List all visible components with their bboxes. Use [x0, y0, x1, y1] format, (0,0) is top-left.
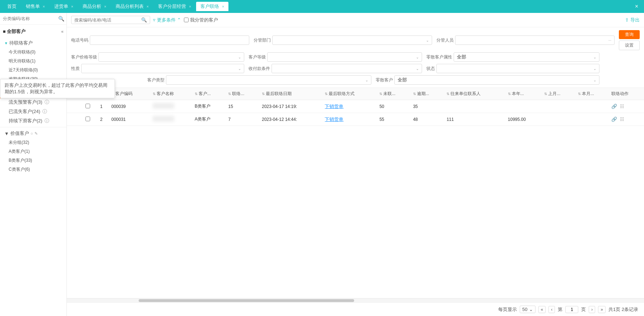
sidebar-search-input[interactable] — [3, 16, 57, 21]
close-analysis-icon[interactable]: × — [104, 4, 106, 9]
filter-retail-select[interactable]: 全部 ⌄ — [394, 75, 600, 85]
close-analysis-list-icon[interactable]: × — [147, 4, 149, 9]
settings-button[interactable]: 设置 — [619, 41, 640, 50]
row2-lastmethod: 下销货单 — [322, 113, 376, 126]
filter-nature-select[interactable]: ⌄ — [81, 64, 244, 73]
col-lastmonth-header[interactable]: 上月... — [541, 88, 575, 100]
col-lastmethod-header[interactable]: 最后联络方式 — [322, 88, 376, 100]
col-uncontacted-header[interactable]: 未联... — [376, 88, 410, 100]
filter-status: 状态 ⌄ — [426, 64, 599, 73]
sidebar-item-ungroups[interactable]: 未分组(32) — [0, 138, 66, 147]
sidebar-item-loss-warning[interactable]: 流失预警客户(3) ⓘ — [0, 98, 66, 107]
sidebar-value-group-title[interactable]: ▼ 价值客户 ○ ✎ — [0, 129, 66, 138]
data-table: ⚙ 客户编码 客户名称 客户... 联络... 最后联络日期 最后联络方式 未联… — [67, 88, 644, 126]
sidebar-item-b-type[interactable]: B类客户(33) — [0, 156, 66, 165]
col-lastdate-header[interactable]: 最后联络日期 — [259, 88, 322, 100]
close-contact-icon[interactable]: × — [222, 4, 224, 9]
row2-lastmethod-link[interactable]: 下销货单 — [325, 117, 343, 122]
prev-page-button[interactable]: ‹ — [548, 306, 555, 313]
sidebar-item-tomorrow[interactable]: 明天待联络(1) — [0, 57, 66, 66]
row2-link-icon[interactable]: 🔗 — [611, 117, 617, 122]
window-close-button[interactable]: × — [632, 3, 641, 10]
filter-payment-select[interactable]: ⌄ — [272, 64, 422, 73]
row2-grid-icon[interactable]: ☷ — [620, 117, 624, 122]
sidebar-all-customers[interactable]: ■ 全部客户 « — [0, 26, 66, 37]
col-name-header[interactable]: 客户名称 — [150, 88, 192, 100]
filter-customer-type-select[interactable]: ⌄ — [166, 75, 371, 85]
nav-tab-analysis-list[interactable]: 商品分析列表 × — [111, 2, 153, 11]
sidebar-tree: ■ 全部客户 « ▼ 待联络客户 今天待联络(0) 明天待联络(1) 近7天待联… — [0, 25, 66, 316]
page-number-input[interactable] — [565, 306, 578, 313]
row1-checkbox[interactable] — [85, 104, 90, 108]
export-button[interactable]: ⇧ 导出 — [625, 17, 640, 23]
nav-tab-purchase[interactable]: 进货单 × — [50, 2, 78, 11]
sidebar-search-icon[interactable]: 🔍 — [58, 16, 64, 22]
row1-link-icon[interactable]: 🔗 — [611, 104, 617, 109]
col-year-header[interactable]: 本年... — [505, 88, 542, 100]
col-thismonth-header[interactable]: 本月... — [575, 88, 609, 100]
close-segment-icon[interactable]: × — [189, 4, 191, 9]
per-page-select[interactable]: 50 ⌄ — [520, 306, 535, 313]
filter-phone-input[interactable] — [90, 36, 249, 45]
horizontal-scrollbar-thumb[interactable] — [139, 299, 354, 302]
my-customer-checkbox[interactable] — [184, 18, 189, 22]
row1-lastmethod-link[interactable]: 下销货单 — [325, 104, 343, 109]
sidebar-divider-2 — [0, 127, 66, 127]
filter-retail-attr-label: 零散客户属性 — [426, 54, 452, 60]
sidebar-item-7days[interactable]: 近7天待联络(0) — [0, 66, 66, 75]
close-sales-icon[interactable]: × — [43, 4, 45, 9]
sidebar-item-declining-customers[interactable]: 持续下滑客户(2) ⓘ — [0, 116, 66, 126]
sidebar-item-lost-customers[interactable]: 已流失客户(24) ⓘ — [0, 107, 66, 116]
row1-settings — [67, 100, 81, 113]
nav-tab-analysis[interactable]: 商品分析 × — [78, 2, 111, 11]
filter-retail-attr-select[interactable]: 全部 ⌄ — [454, 52, 599, 62]
value-group-edit-icon[interactable]: ✎ — [34, 131, 38, 136]
sidebar-all-label: ■ 全部客户 — [3, 28, 26, 35]
horizontal-scrollbar-area[interactable] — [67, 298, 644, 302]
sidebar-item-a-type[interactable]: A类客户(1) — [0, 147, 66, 156]
nav-tab-customer-contact[interactable]: 客户联络 × — [196, 2, 228, 11]
filter-status-label: 状态 — [426, 66, 435, 72]
filter-manager-select[interactable]: ··· — [455, 36, 615, 45]
filter-row-2: 客户价格等级 ⌄ 客户等级 ⌄ 零散客户属性 全部 — [71, 52, 640, 62]
sidebar-pending-title[interactable]: ▼ 待联络客户 — [0, 38, 66, 48]
filter-customer-grade-select[interactable]: ⌄ — [267, 52, 422, 62]
search-input[interactable] — [74, 18, 141, 23]
filter-manager-dots: ··· — [608, 38, 611, 42]
last-page-button[interactable]: » — [598, 306, 606, 313]
table-row: 1 000039 B类客户 15 2023-04-17 14:19: 下销货单 … — [67, 100, 644, 113]
my-customer-checkbox-area[interactable]: 我分管的客户 — [184, 17, 218, 23]
row2-actions: 🔗 ☷ — [608, 113, 644, 126]
page-label: 第 — [558, 306, 562, 313]
row1-lastmonth — [541, 100, 575, 113]
search-main-icon[interactable]: 🔍 — [141, 17, 147, 23]
col-contact-header[interactable]: 联络... — [225, 88, 259, 100]
sidebar-item-c-type[interactable]: C类客户(6) — [0, 165, 66, 174]
filter-dept-select[interactable]: ⌄ — [272, 36, 432, 45]
filter-status-select[interactable]: ⌄ — [436, 64, 599, 73]
nav-tab-home[interactable]: 首页 — [3, 2, 21, 11]
col-overdue-header[interactable]: 逾期... — [410, 88, 444, 100]
row1-name-blurred — [153, 103, 174, 109]
filter-price-grade-select[interactable]: ⌄ — [98, 52, 244, 62]
action-buttons: 查询 设置 — [619, 30, 640, 50]
row1-checkbox-cell — [81, 100, 94, 113]
sidebar-item-today[interactable]: 今天待联络(0) — [0, 48, 66, 57]
filter-more-btn[interactable]: ▿ 更多条件 ⌃ — [153, 17, 181, 23]
query-button[interactable]: 查询 — [619, 30, 640, 39]
row2-thismonth — [575, 113, 609, 126]
per-page-label: 每页显示 — [498, 306, 517, 313]
sidebar-collapse-icon[interactable]: « — [61, 29, 64, 34]
col-type-header[interactable]: 客户... — [192, 88, 226, 100]
next-page-button[interactable]: › — [589, 306, 595, 313]
close-purchase-icon[interactable]: × — [71, 4, 73, 9]
nav-tab-customer-segment[interactable]: 客户分层经营 × — [154, 2, 195, 11]
filter-phone-label: 电话号码 — [71, 37, 88, 43]
col-contact2-header[interactable]: 往来单位联系人 — [444, 88, 505, 100]
row2-checkbox[interactable] — [85, 117, 90, 121]
first-page-button[interactable]: « — [538, 306, 546, 313]
row1-grid-icon[interactable]: ☷ — [620, 104, 624, 109]
filter-customer-grade-arrow-icon: ⌄ — [416, 55, 419, 59]
value-group-circle-icon[interactable]: ○ — [31, 131, 33, 136]
nav-tab-sales[interactable]: 销售单 × — [22, 2, 49, 11]
